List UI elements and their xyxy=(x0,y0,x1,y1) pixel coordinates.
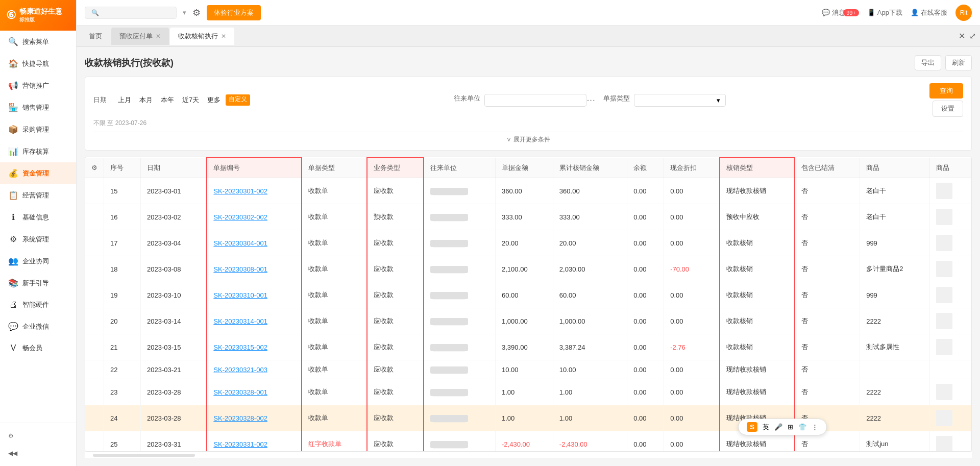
filter-row-1: 日期 上月 本月 本年 近7天 更多 自定义 往来单位 ··· 单据类型 xyxy=(93,83,963,117)
query-button[interactable]: 查询 xyxy=(929,83,963,99)
tab-0[interactable]: 首页 xyxy=(81,28,110,45)
cell-bill-no-6[interactable]: SK-20230315-002 xyxy=(207,334,302,360)
cell-bill-no-8[interactable]: SK-20230328-001 xyxy=(207,379,302,405)
sidebar-item-5[interactable]: 📊库存核算 xyxy=(0,140,76,162)
sidebar-item-9[interactable]: ⚙系统管理 xyxy=(0,228,76,250)
sidebar-item-7[interactable]: 📋经营管理 xyxy=(0,184,76,206)
sidebar: ⑥ 畅康道好生意 标推版 🔍搜索菜单🏠快捷导航📢营销推广🏪销售管理📦采购管理📊库… xyxy=(0,0,77,466)
this-month-link[interactable]: 本月 xyxy=(136,94,156,106)
cell-date-8: 2023-03-28 xyxy=(140,379,207,405)
sidebar-item-8[interactable]: ℹ基础信息 xyxy=(0,206,76,228)
expand-more-btn[interactable]: ∨ 展开更多条件 xyxy=(506,136,550,143)
bill-type-select[interactable]: ▾ xyxy=(634,94,726,107)
topbar-gear-icon[interactable]: ⚙ xyxy=(192,7,201,18)
date-quick-links: 上月 本月 本年 近7天 更多 自定义 xyxy=(115,94,250,106)
col-biz-type-header: 业务类型 xyxy=(367,158,423,178)
refresh-button[interactable]: 刷新 xyxy=(945,55,972,70)
grid-icon[interactable]: ⊞ xyxy=(788,423,793,431)
close-tab-icon[interactable]: ✕ xyxy=(959,31,965,41)
more-filters-dots[interactable]: ··· xyxy=(586,94,595,107)
sidebar-item-3[interactable]: 🏪销售管理 xyxy=(0,96,76,118)
sidebar-item-0[interactable]: 🔍搜索菜单 xyxy=(0,31,76,53)
sidebar-item-13[interactable]: 💬企业微信 xyxy=(0,315,76,337)
table-row[interactable]: 16 2023-03-02 SK-20230302-002 收款单 预收款 ██… xyxy=(85,204,971,230)
filter-settings-button[interactable]: 设置 xyxy=(933,101,963,117)
table-row[interactable]: 22 2023-03-21 SK-20230321-003 收款单 应收款 ██… xyxy=(85,360,971,379)
tab-label-1: 预收应付单 xyxy=(119,32,153,41)
cell-writeoff-amount-3: 2,030.00 xyxy=(553,256,627,282)
cell-bill-no-4[interactable]: SK-20230310-001 xyxy=(207,282,302,308)
sidebar-item-4[interactable]: 📦采购管理 xyxy=(0,118,76,140)
cell-bill-no-0[interactable]: SK-20230301-002 xyxy=(207,178,302,204)
online-service-item[interactable]: 👤 在线客服 xyxy=(911,8,947,17)
cell-balance-6: 0.00 xyxy=(627,334,664,360)
cell-bill-no-10[interactable]: SK-20230331-002 xyxy=(207,431,302,452)
tab-close-1[interactable]: ✕ xyxy=(156,33,161,40)
messages-item[interactable]: 💬 消息 99+ xyxy=(822,8,859,17)
cell-bill-no-7[interactable]: SK-20230321-003 xyxy=(207,360,302,379)
table-row[interactable]: 15 2023-03-01 SK-20230301-002 收款单 应收款 ██… xyxy=(85,178,971,204)
counterpart-input[interactable] xyxy=(484,94,586,107)
table-row[interactable]: 20 2023-03-14 SK-20230314-001 收款单 应收款 ██… xyxy=(85,308,971,334)
user-avatar[interactable]: Rit xyxy=(955,5,972,21)
dropdown-arrow[interactable]: ▾ xyxy=(183,9,186,16)
cell-goods2-4 xyxy=(930,282,971,308)
cell-writeoff-type-7: 现结收款核销 xyxy=(720,360,795,379)
search-bar[interactable]: 🔍 xyxy=(85,7,177,19)
tab-2[interactable]: 收款核销执行✕ xyxy=(170,28,234,45)
cell-bill-no-9[interactable]: SK-20230328-002 xyxy=(207,405,302,431)
this-year-link[interactable]: 本年 xyxy=(158,94,177,106)
sidebar-item-6[interactable]: 💰资金管理 xyxy=(0,162,76,184)
sidebar-label-13: 企业微信 xyxy=(22,322,49,331)
topbar: 🔍 ▾ ⚙ 体验行业方案 💬 消息 99+ 📱 App下载 👤 在线客服 Rit xyxy=(77,0,980,26)
mic-icon[interactable]: 🎤 xyxy=(774,423,782,431)
sidebar-item-2[interactable]: 📢营销推广 xyxy=(0,75,76,96)
cell-writeoff-type-0: 现结收款核销 xyxy=(720,178,795,204)
cell-bill-no-1[interactable]: SK-20230302-002 xyxy=(207,204,302,230)
last-month-link[interactable]: 上月 xyxy=(115,94,134,106)
horizontal-scrollbar[interactable] xyxy=(93,454,195,457)
cell-bill-no-5[interactable]: SK-20230314-001 xyxy=(207,308,302,334)
table-row[interactable]: 19 2023-03-10 SK-20230310-001 收款单 应收款 ██… xyxy=(85,282,971,308)
cell-bill-no-2[interactable]: SK-20230304-001 xyxy=(207,230,302,256)
last-7-days-link[interactable]: 近7天 xyxy=(179,94,202,106)
sidebar-item-11[interactable]: 📚新手引导 xyxy=(0,272,76,294)
cell-bill-type-4: 收款单 xyxy=(302,282,367,308)
sidebar-item-14[interactable]: V畅会员 xyxy=(0,337,76,359)
sidebar-item-12[interactable]: 🖨智能硬件 xyxy=(0,294,76,315)
more-dates-link[interactable]: 更多 xyxy=(204,94,224,106)
sidebar-collapse[interactable]: ◀◀ xyxy=(0,445,76,462)
cell-balance-2: 0.00 xyxy=(627,230,664,256)
table-row[interactable]: 17 2023-03-04 SK-20230304-001 收款单 应收款 ██… xyxy=(85,230,971,256)
cell-writeoff-type-5: 收款核销 xyxy=(720,308,795,334)
cell-no-10: 25 xyxy=(104,431,141,452)
tab-close-2[interactable]: ✕ xyxy=(221,33,226,40)
cell-balance-8: 0.00 xyxy=(627,379,664,405)
cell-bill-no-3[interactable]: SK-20230308-001 xyxy=(207,256,302,282)
app-logo: ⑥ 畅康道好生意 标推版 xyxy=(0,0,76,31)
solution-button[interactable]: 体验行业方案 xyxy=(207,5,261,20)
table-row[interactable]: 18 2023-03-08 SK-20230308-001 收款单 应收款 ██… xyxy=(85,256,971,282)
sidebar-item-10[interactable]: 👥企业协同 xyxy=(0,250,76,272)
more-icon[interactable]: ⋮ xyxy=(812,423,818,431)
table-row[interactable]: 25 2023-03-31 SK-20230331-002 红字收款单 应收款 … xyxy=(85,431,971,452)
sidebar-label-0: 搜索菜单 xyxy=(22,37,49,46)
shirt-icon[interactable]: 👕 xyxy=(798,423,806,431)
export-button[interactable]: 导出 xyxy=(915,55,941,70)
sidebar-settings[interactable]: ⚙ xyxy=(0,427,76,445)
cell-goods-3: 多计量商品2 xyxy=(860,256,930,282)
sidebar-label-11: 新手引导 xyxy=(22,279,49,288)
table-row[interactable]: 21 2023-03-15 SK-20230315-002 收款单 应收款 ██… xyxy=(85,334,971,360)
gear-icon: ⚙ xyxy=(8,432,14,439)
tab-1[interactable]: 预收应付单✕ xyxy=(111,28,169,45)
sidebar-label-7: 经营管理 xyxy=(22,191,49,200)
row-settings-0 xyxy=(85,178,104,204)
cell-no-1: 16 xyxy=(104,204,141,230)
table-row[interactable]: 24 2023-03-28 SK-20230328-002 收款单 应收款 ██… xyxy=(85,405,971,431)
sidebar-item-1[interactable]: 🏠快捷导航 xyxy=(0,53,76,75)
expand-tab-icon[interactable]: ⤢ xyxy=(969,31,976,41)
app-download-item[interactable]: 📱 App下载 xyxy=(867,8,902,17)
custom-date-btn[interactable]: 自定义 xyxy=(226,94,250,106)
table-row[interactable]: 23 2023-03-28 SK-20230328-001 收款单 应收款 ██… xyxy=(85,379,971,405)
col-settings-header[interactable]: ⚙ xyxy=(85,158,104,178)
